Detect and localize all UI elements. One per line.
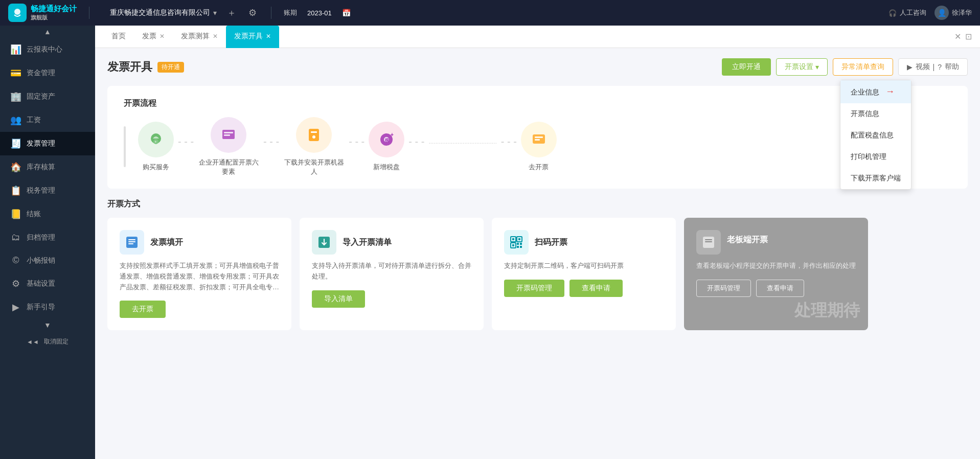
sidebar-label-inventory: 库存核算 — [27, 163, 55, 172]
sidebar-item-archive[interactable]: 🗂 归档管理 — [0, 226, 95, 249]
tab-invoice-close[interactable]: ✕ — [159, 33, 165, 40]
sidebar-item-fixed-assets[interactable]: 🏢 固定资产 — [0, 85, 95, 108]
flow-middle-dots: ........................................ — [428, 138, 496, 155]
user-area[interactable]: 👤 徐泽华 — [935, 6, 972, 20]
tab-invoice-issue-close[interactable]: ✕ — [266, 33, 271, 40]
view-apply-btn[interactable]: 查看申请 — [569, 280, 623, 297]
logo-area: 畅捷通好会计 旗舰版 — [8, 4, 77, 22]
dropdown-printer[interactable]: 打印机管理 — [840, 146, 911, 168]
svg-rect-33 — [705, 239, 712, 240]
flow-arrow-3: - - - — [349, 136, 364, 158]
import-invoice-card: 导入开票清单 支持导入待开票清单，可对待开票清单进行拆分、合并处理。 导入清单 — [300, 218, 484, 330]
close-window-btn[interactable]: ✕ — [954, 32, 961, 41]
boss-invoice-header: 老板端开票 — [696, 230, 856, 255]
flow-arrow-5: - - - — [501, 136, 517, 158]
tax-disk-icon: 税 + — [369, 122, 404, 157]
abnormal-btn[interactable]: 异常清单查询 — [833, 58, 893, 76]
dropdown-company-info[interactable]: 企业信息 → — [840, 80, 911, 103]
page-header: 发票开具 待开通 立即开通 开票设置 ▾ 异常清单查询 ▶ 视频 — [107, 58, 968, 76]
page-content: 发票开具 待开通 立即开通 开票设置 ▾ 异常清单查询 ▶ 视频 — [95, 48, 980, 459]
svg-rect-25 — [512, 238, 514, 240]
fixed-assets-icon: 🏢 — [10, 91, 21, 102]
flow-step-tax: 税 + 新增税盘 — [369, 122, 404, 172]
tab-invoice[interactable]: 发票 ✕ — [134, 26, 173, 48]
boss-invoice-desc: 查看老板端小程序提交的开票申请，并作出相应的处理 — [696, 261, 856, 271]
sidebar-scroll-down[interactable]: ▼ — [0, 319, 95, 331]
company-selector[interactable]: 重庆畅捷交通信息咨询有限公司 ▾ — [110, 8, 217, 17]
settings-dropdown-icon: ▾ — [815, 63, 819, 71]
methods-section: 开票方式 — [107, 199, 968, 330]
settings-btn[interactable]: 开票设置 ▾ — [776, 58, 828, 76]
sidebar-item-expense[interactable]: © 小畅报销 — [0, 249, 95, 272]
svg-rect-29 — [520, 243, 522, 245]
tab-invoice-issue[interactable]: 发票开具 ✕ — [226, 26, 279, 48]
sidebar-item-payroll[interactable]: 👥 工资 — [0, 108, 95, 132]
svg-rect-34 — [705, 241, 712, 242]
settings-gear-icon[interactable]: ⚙ — [246, 5, 259, 20]
svg-rect-15 — [535, 136, 543, 138]
headset-icon: 🎧 — [888, 9, 897, 17]
sidebar-item-inventory[interactable]: 🏠 库存核算 — [0, 155, 95, 179]
guide-icon: ▶ — [10, 302, 21, 313]
cloud-report-icon: 📊 — [10, 44, 21, 55]
dropdown-tax-config[interactable]: 配置税盘信息 — [840, 125, 911, 146]
fill-invoice-btn[interactable]: 去开票 — [120, 301, 166, 318]
sidebar-item-settings[interactable]: ⚙ 基础设置 — [0, 272, 95, 295]
boss-qr-manage-btn[interactable]: 开票码管理 — [696, 280, 751, 297]
svg-rect-8 — [311, 131, 317, 133]
sidebar-scroll-up[interactable]: ▲ — [0, 26, 95, 38]
boss-view-apply-btn[interactable]: 查看申请 — [756, 280, 804, 297]
download-icon — [296, 117, 332, 153]
sidebar-item-accounting[interactable]: 📒 结账 — [0, 202, 95, 226]
page-title: 发票开具 — [107, 59, 152, 75]
boss-invoice-icon — [696, 230, 721, 255]
user-avatar: 👤 — [935, 6, 949, 20]
import-invoice-icon — [312, 230, 336, 255]
tab-invoice-calc[interactable]: 发票测算 ✕ — [173, 26, 226, 48]
maximize-window-btn[interactable]: ⊡ — [965, 32, 972, 41]
fund-icon: 💳 — [10, 67, 21, 79]
sidebar: ▲ 📊 云报表中心 💳 资金管理 🏢 固定资产 👥 工资 🧾 发票管理 — [0, 26, 95, 459]
sidebar-item-cloud-report[interactable]: 📊 云报表中心 — [0, 38, 95, 61]
add-company-btn[interactable]: ＋ — [225, 5, 238, 21]
flow-left-divider — [124, 126, 126, 167]
tax-icon: 📋 — [10, 185, 21, 196]
flow-step-config-label: 企业开通配置开票六要素 — [198, 158, 259, 176]
logo-name: 畅捷通好会计 — [31, 4, 77, 14]
tab-invoice-label: 发票 — [142, 32, 156, 41]
scan-invoice-buttons: 开票码管理 查看申请 — [504, 280, 664, 297]
sidebar-item-guide[interactable]: ▶ 新手引导 — [0, 295, 95, 319]
calendar-icon[interactable]: 📅 — [342, 9, 351, 17]
activate-btn[interactable]: 立即开通 — [722, 58, 771, 76]
user-name: 徐泽华 — [952, 8, 972, 17]
sidebar-label-archive: 归档管理 — [27, 233, 55, 242]
payroll-icon: 👥 — [10, 114, 21, 126]
sidebar-item-fund[interactable]: 💳 资金管理 — [0, 61, 95, 85]
buy-service-icon: + — [138, 122, 174, 157]
flow-section: 开票流程 + — [107, 86, 968, 189]
tab-home[interactable]: 首页 — [103, 26, 134, 48]
sidebar-item-invoice[interactable]: 🧾 发票管理 — [0, 132, 95, 155]
scan-invoice-card: 扫码开票 支持定制开票二维码，客户端可扫码开票 开票码管理 查看申请 — [492, 218, 676, 330]
company-dropdown-icon: ▾ — [213, 9, 217, 17]
top-divider-2 — [271, 7, 271, 19]
svg-text:+: + — [391, 132, 394, 137]
svg-rect-16 — [535, 139, 540, 141]
consult-button[interactable]: 🎧 人工咨询 — [888, 8, 926, 17]
svg-rect-26 — [518, 238, 520, 240]
svg-rect-31 — [520, 246, 522, 248]
tab-invoice-issue-label: 发票开具 — [234, 32, 263, 41]
sidebar-cancel-pin[interactable]: ◄◄ 取消固定 — [0, 331, 95, 352]
dropdown-invoice-info[interactable]: 开票信息 — [840, 103, 911, 125]
dropdown-download-client[interactable]: 下载开票客户端 — [840, 168, 911, 189]
import-invoice-btn[interactable]: 导入清单 — [312, 290, 365, 308]
sidebar-label-invoice: 发票管理 — [27, 139, 55, 148]
qr-manage-btn[interactable]: 开票码管理 — [504, 280, 564, 297]
sidebar-item-tax[interactable]: 📋 税务管理 — [0, 179, 95, 202]
flow-step-tax-label: 新增税盘 — [373, 163, 400, 172]
svg-rect-30 — [517, 246, 519, 248]
tab-bar: 首页 发票 ✕ 发票测算 ✕ 发票开具 ✕ ✕ ⊡ — [95, 26, 980, 48]
video-help-btn[interactable]: ▶ 视频 | ? 帮助 — [898, 58, 968, 76]
pin-icon: ◄◄ — [27, 338, 39, 346]
tab-invoice-calc-close[interactable]: ✕ — [213, 33, 218, 40]
